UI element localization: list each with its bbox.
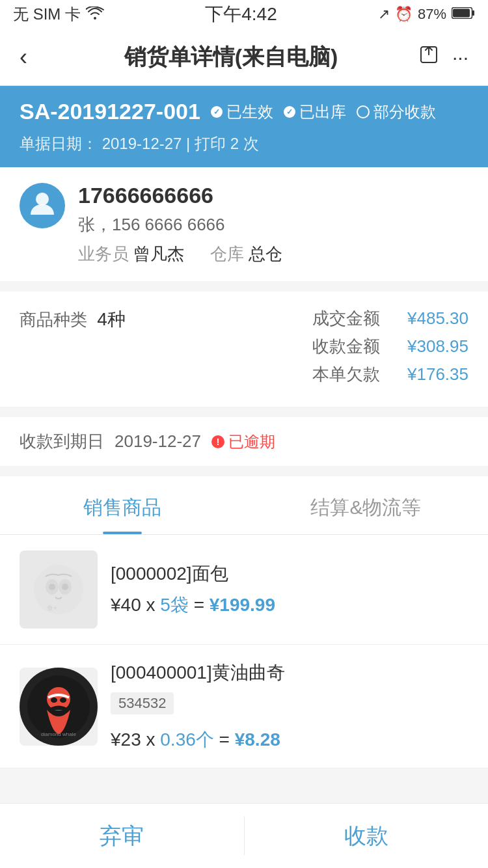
tab-sales-products[interactable]: 销售商品 bbox=[0, 476, 244, 534]
back-button[interactable]: ‹ bbox=[20, 44, 59, 71]
debt-value: ¥176.35 bbox=[390, 364, 468, 385]
tabs-section: 销售商品 结算&物流等 bbox=[0, 476, 488, 535]
order-id: SA-20191227-001 bbox=[20, 99, 200, 124]
product-type-info: 商品种类 4种 bbox=[20, 307, 126, 332]
sim-status: 无 SIM 卡 bbox=[13, 4, 81, 25]
product-info-2: [000400001]黄油曲奇 534532 ¥23 x 0.36个 = ¥8.… bbox=[111, 660, 468, 752]
received-label: 收款金额 bbox=[312, 335, 380, 358]
due-date-section: 收款到期日 2019-12-27 ! 已逾期 bbox=[0, 417, 488, 466]
status-partial-payment: 部分收款 bbox=[357, 102, 436, 122]
user-icon bbox=[28, 189, 57, 223]
product-name-1: [0000002]面包 bbox=[111, 562, 468, 586]
salesman-value: 曾凡杰 bbox=[133, 244, 184, 264]
nav-bar: ‹ 销货单详情(来自电脑) ··· bbox=[0, 29, 488, 86]
clock-icon bbox=[357, 105, 370, 118]
debt-amount: 本单欠款 ¥176.35 bbox=[312, 363, 468, 386]
cancel-button[interactable]: 弃审 bbox=[0, 804, 244, 868]
svg-rect-1 bbox=[472, 10, 474, 16]
due-date-value: 2019-12-27 bbox=[115, 431, 201, 452]
financial-stats: 成交金额 ¥485.30 收款金额 ¥308.95 本单欠款 ¥176.35 bbox=[312, 307, 468, 391]
nav-actions: ··· bbox=[403, 44, 468, 70]
svg-text:鱼+: 鱼+ bbox=[47, 604, 57, 612]
product-item: diamond whale [000400001]黄油曲奇 534532 ¥23… bbox=[0, 645, 488, 768]
avatar bbox=[20, 183, 65, 228]
more-icon[interactable]: ··· bbox=[452, 46, 468, 68]
trading-label: 成交金额 bbox=[312, 307, 380, 330]
check-icon-1 bbox=[211, 106, 223, 118]
bottom-bar: 弃审 收款 bbox=[0, 803, 488, 868]
check-icon-2 bbox=[284, 106, 295, 118]
svg-text:diamond whale: diamond whale bbox=[41, 731, 76, 737]
product-sku-2: 534532 bbox=[111, 692, 174, 714]
product-price-2: ¥23 x 0.36个 = ¥8.28 bbox=[111, 727, 468, 752]
product-item: 鱼+ [0000002]面包 ¥40 x 5袋 = ¥199.99 bbox=[0, 535, 488, 645]
alarm-icon: ⏰ bbox=[395, 6, 413, 23]
received-value: ¥308.95 bbox=[390, 336, 468, 357]
battery-icon bbox=[452, 6, 475, 23]
status-bar: 无 SIM 卡 下午4:42 ↗ ⏰ 87% bbox=[0, 0, 488, 29]
product-list: 鱼+ [0000002]面包 ¥40 x 5袋 = ¥199.99 bbox=[0, 535, 488, 768]
product-price-1: ¥40 x 5袋 = ¥199.99 bbox=[111, 593, 468, 617]
product-type-label: 商品种类 bbox=[20, 310, 87, 329]
overdue-text: 已逾期 bbox=[228, 431, 275, 452]
due-date-label: 收款到期日 bbox=[20, 430, 104, 453]
status-time: 下午4:42 bbox=[205, 2, 277, 27]
share-icon[interactable] bbox=[418, 44, 439, 70]
warehouse-info: 仓库 总仓 bbox=[210, 243, 282, 265]
customer-meta: 业务员 曾凡杰 仓库 总仓 bbox=[78, 243, 468, 265]
customer-id: 17666666666 bbox=[78, 183, 468, 208]
svg-point-9 bbox=[62, 584, 68, 590]
product-thumbnail-2: diamond whale bbox=[20, 668, 98, 746]
wifi-icon bbox=[86, 5, 104, 23]
svg-rect-2 bbox=[453, 9, 470, 18]
debt-label: 本单欠款 bbox=[312, 363, 380, 386]
product-info-1: [0000002]面包 ¥40 x 5袋 = ¥199.99 bbox=[111, 562, 468, 617]
customer-name-phone: 张，156 6666 6666 bbox=[78, 213, 468, 236]
svg-point-8 bbox=[49, 584, 55, 590]
warehouse-value: 总仓 bbox=[249, 244, 282, 264]
customer-info: 17666666666 张，156 6666 6666 业务员 曾凡杰 仓库 总… bbox=[78, 183, 468, 265]
svg-point-5 bbox=[34, 565, 83, 614]
customer-section: 17666666666 张，156 6666 6666 业务员 曾凡杰 仓库 总… bbox=[0, 167, 488, 281]
status-bar-left: 无 SIM 卡 bbox=[13, 4, 104, 25]
status-activated: 已生效 bbox=[211, 102, 273, 122]
trading-amount: 成交金额 ¥485.30 bbox=[312, 307, 468, 330]
salesman-info: 业务员 曾凡杰 bbox=[78, 243, 184, 265]
product-name-2: [000400001]黄油曲奇 bbox=[111, 660, 468, 685]
svg-point-13 bbox=[51, 698, 57, 703]
trading-value: ¥485.30 bbox=[390, 308, 468, 329]
status-shipped: 已出库 bbox=[284, 102, 346, 122]
salesman-label: 业务员 bbox=[78, 244, 129, 264]
order-date: 单据日期： 2019-12-27 | 打印 2 次 bbox=[20, 133, 468, 154]
overdue-badge: ! 已逾期 bbox=[211, 431, 275, 452]
product-thumbnail-1: 鱼+ bbox=[20, 550, 98, 629]
order-header: SA-20191227-001 已生效 已出库 部分收款 单据日期： 2019-… bbox=[0, 86, 488, 167]
svg-point-4 bbox=[36, 193, 49, 206]
page-title: 销货单详情(来自电脑) bbox=[59, 42, 403, 72]
battery-level: 87% bbox=[418, 6, 446, 23]
warehouse-label: 仓库 bbox=[210, 244, 244, 264]
confirm-button[interactable]: 收款 bbox=[245, 804, 489, 868]
received-amount: 收款金额 ¥308.95 bbox=[312, 335, 468, 358]
svg-point-14 bbox=[60, 698, 66, 703]
overdue-icon: ! bbox=[211, 435, 224, 448]
product-type-count: 4种 bbox=[97, 309, 126, 329]
tab-settlement-logistics[interactable]: 结算&物流等 bbox=[244, 476, 488, 534]
status-bar-right: ↗ ⏰ 87% bbox=[378, 6, 475, 23]
stats-section: 商品种类 4种 成交金额 ¥485.30 收款金额 ¥308.95 本单欠款 ¥… bbox=[0, 292, 488, 407]
location-icon: ↗ bbox=[378, 6, 390, 23]
